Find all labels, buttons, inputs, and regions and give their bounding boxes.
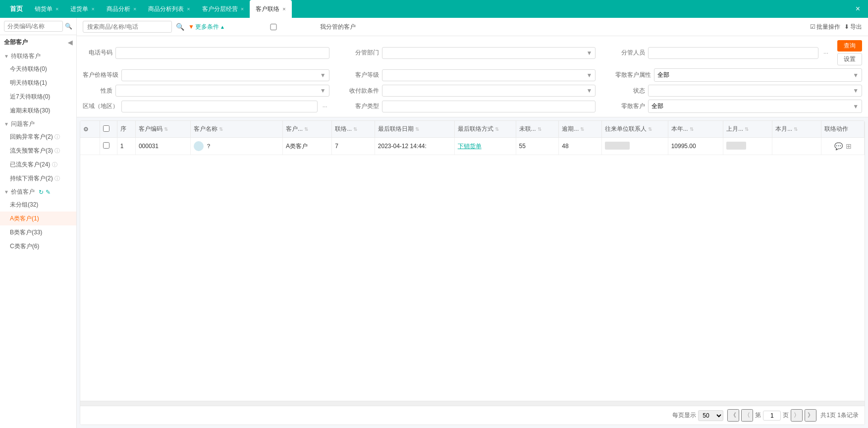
sort-name-icon[interactable]: ⇅ <box>219 126 223 132</box>
table-scroll[interactable]: ⚙ 序 客户编码 ⇅ 客户名称 ⇅ <box>80 121 865 401</box>
sort-this-year-icon[interactable]: ⇅ <box>690 126 694 132</box>
sidebar-item-week-pending[interactable]: 近7天待联络(0) <box>0 90 76 104</box>
batch-op-btn[interactable]: ☑ 批量操作 <box>810 23 840 31</box>
nav-customer-mgmt[interactable]: 客户分层经营 × <box>196 0 250 18</box>
problem-group-label: 问题客户 <box>11 120 35 128</box>
top-navbar: 首页 销货单 × 进货单 × 商品分析 × 商品分析列表 × 客户分层经营 × … <box>0 0 868 18</box>
sort-last-method-icon[interactable]: ⇅ <box>495 126 499 132</box>
close-customer-contact-icon[interactable]: × <box>282 0 285 18</box>
filter-person-input[interactable] <box>648 47 818 59</box>
sidebar-item-churned[interactable]: 已流失客户(24) ⓘ <box>0 158 76 171</box>
horizontal-scrollbar[interactable] <box>80 401 865 406</box>
cell-checkbox <box>100 138 117 155</box>
close-customer-mgmt-icon[interactable]: × <box>241 0 244 18</box>
first-page-btn[interactable]: 《 <box>727 409 739 422</box>
action-more-icon[interactable]: ⊞ <box>846 142 852 150</box>
filter-customer-level-select[interactable]: ▼ <box>382 69 596 81</box>
sidebar-all-customers[interactable]: 全部客户 ◀ <box>0 35 76 50</box>
close-goods-list-icon[interactable]: × <box>187 0 190 18</box>
filter-phone-input[interactable] <box>115 47 329 59</box>
sidebar-item-today-pending[interactable]: 今天待联络(0) <box>0 62 76 76</box>
close-goods-analysis-icon[interactable]: × <box>133 0 136 18</box>
cell-code: 000031 <box>135 138 190 155</box>
sort-unit-contact-icon[interactable]: ⇅ <box>648 126 652 132</box>
settings-button[interactable]: 设置 <box>837 53 862 65</box>
nav-goods-list[interactable]: 商品分析列表 × <box>142 0 196 18</box>
sort-un-contact-icon[interactable]: ⇅ <box>538 126 542 132</box>
sort-last-date-icon[interactable]: ⇅ <box>415 126 419 132</box>
close-sales-icon[interactable]: × <box>55 0 58 18</box>
filter-region-input[interactable] <box>121 101 318 112</box>
my-customer-checkbox[interactable] <box>229 24 318 30</box>
col-unit-contact[interactable]: 往来单位联系人 ⇅ <box>601 121 668 138</box>
sidebar-group-problem[interactable]: ▼ 问题客户 <box>0 117 76 130</box>
sort-overdue-icon[interactable]: ⇅ <box>580 126 584 132</box>
sort-last-month-icon[interactable]: ⇅ <box>745 126 749 132</box>
sidebar-item-overdue-pending[interactable]: 逾期未联络(30) <box>0 104 76 117</box>
search-button[interactable]: 🔍 <box>176 23 184 31</box>
col-last-contact-date[interactable]: 最后联络日期 ⇅ <box>375 121 454 138</box>
sidebar-search-icon[interactable]: 🔍 <box>65 23 72 30</box>
value-group-refresh-icon[interactable]: ↻ <box>39 189 44 196</box>
col-last-contact-method[interactable]: 最后联络方式 ⇅ <box>454 121 516 138</box>
filter-retail-attr-select[interactable]: 全部 ▼ <box>654 68 862 82</box>
col-code[interactable]: 客户编码 ⇅ <box>135 121 190 138</box>
col-un-contact[interactable]: 未联... ⇅ <box>516 121 559 138</box>
window-close-btn[interactable]: × <box>852 4 864 13</box>
next-page-btn[interactable]: 〉 <box>791 409 803 422</box>
nav-home[interactable]: 首页 <box>4 0 29 18</box>
per-page-select[interactable]: 50 100 200 <box>698 410 723 421</box>
filter-retail-customer-select[interactable]: 全部 ▼ <box>648 100 862 113</box>
last-method-link[interactable]: 下销货单 <box>458 143 482 150</box>
nav-purchase[interactable]: 进货单 × <box>64 0 100 18</box>
last-page-btn[interactable]: 》 <box>805 409 816 422</box>
query-button[interactable]: 查询 <box>837 40 862 52</box>
prev-page-btn[interactable]: 〈 <box>741 409 753 422</box>
col-contact-count[interactable]: 联络... ⇅ <box>332 121 375 138</box>
sort-code-icon[interactable]: ⇅ <box>164 126 168 132</box>
filter-status-select[interactable]: ▼ <box>648 85 862 97</box>
sidebar-item-repurchase-abnormal[interactable]: 回购异常客户(2) ⓘ <box>0 130 76 144</box>
search-input[interactable] <box>83 21 172 33</box>
nav-customer-contact[interactable]: 客户联络 × <box>250 0 291 18</box>
sidebar-item-tomorrow-pending[interactable]: 明天待联络(1) <box>0 76 76 90</box>
sort-this-month-icon[interactable]: ⇅ <box>794 126 798 132</box>
sidebar-item-ungroup[interactable]: 未分组(32) <box>0 198 76 212</box>
filter-price-level-select[interactable]: ▼ <box>121 69 329 81</box>
value-group-edit-icon[interactable]: ✎ <box>46 189 51 196</box>
col-name[interactable]: 客户名称 ⇅ <box>191 121 283 138</box>
sidebar-item-b-class[interactable]: B类客户(33) <box>0 225 76 239</box>
action-chat-icon[interactable]: 💬 <box>834 142 843 150</box>
sidebar-item-c-class[interactable]: C类客户(6) <box>0 239 76 253</box>
filter-payment-select[interactable]: ▼ <box>382 85 596 97</box>
sidebar-search-input[interactable] <box>4 21 63 32</box>
col-level[interactable]: 客户... ⇅ <box>283 121 332 138</box>
col-this-year[interactable]: 本年... ⇅ <box>668 121 723 138</box>
nav-sales[interactable]: 销货单 × <box>29 0 64 18</box>
row-checkbox[interactable] <box>103 142 109 149</box>
export-btn[interactable]: ⬇ 导出 <box>844 23 862 31</box>
select-all-checkbox[interactable] <box>103 125 109 132</box>
sort-contact-count-icon[interactable]: ⇅ <box>353 126 357 132</box>
filter-customer-type-input[interactable] <box>382 101 596 112</box>
sort-level-icon[interactable]: ⇅ <box>304 126 308 132</box>
sidebar-item-a-class[interactable]: A类客户(1) <box>0 212 76 225</box>
sidebar-group-value[interactable]: ▼ 价值客户 ↻ ✎ <box>0 185 76 198</box>
sidebar-item-churn-warning[interactable]: 流失预警客户(3) ⓘ <box>0 144 76 158</box>
page-number-input[interactable] <box>763 411 781 421</box>
col-this-month[interactable]: 本月... ⇅ <box>772 121 821 138</box>
col-overdue[interactable]: 逾期... ⇅ <box>559 121 602 138</box>
sidebar-item-declining[interactable]: 持续下滑客户(2) ⓘ <box>0 171 76 185</box>
col-settings[interactable]: ⚙ <box>80 121 100 138</box>
filter-person-dots[interactable]: ··· <box>821 50 830 56</box>
sidebar-collapse-icon[interactable]: ◀ <box>68 39 72 46</box>
my-customer-checkbox-label[interactable]: 我分管的客户 <box>229 23 356 31</box>
filter-region-dots[interactable]: ··· <box>321 103 329 110</box>
more-filter-btn[interactable]: ▼ 更多条件 ▲ <box>188 23 225 31</box>
filter-dept-select[interactable]: ▼ <box>382 47 596 59</box>
nav-goods-analysis[interactable]: 商品分析 × <box>101 0 142 18</box>
close-purchase-icon[interactable]: × <box>91 0 94 18</box>
filter-nature-select[interactable]: ▼ <box>115 85 329 97</box>
col-last-month[interactable]: 上月... ⇅ <box>723 121 772 138</box>
sidebar-group-pending[interactable]: ▼ 待联络客户 <box>0 50 76 62</box>
